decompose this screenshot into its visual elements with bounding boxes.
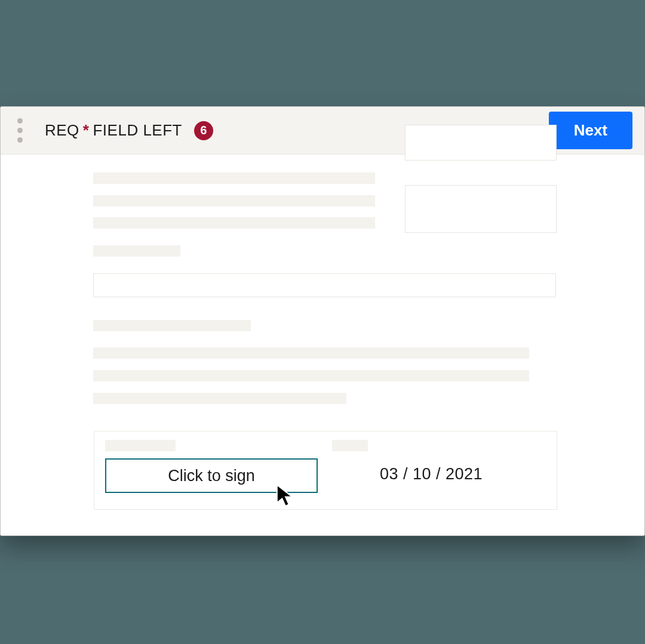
text-placeholder: [93, 347, 529, 359]
signature-date: 03 / 10 / 2021: [380, 465, 483, 483]
input-field[interactable]: [93, 273, 556, 297]
input-field[interactable]: [405, 125, 557, 161]
text-placeholder: [93, 245, 180, 257]
input-field[interactable]: [405, 185, 557, 233]
more-menu-icon[interactable]: [11, 115, 28, 146]
next-button[interactable]: Next: [549, 112, 632, 149]
required-fields-label: REQ* FIELD LEFT 6: [45, 121, 213, 140]
label-placeholder: [332, 440, 368, 451]
req-asterisk: *: [83, 121, 90, 140]
text-placeholder: [93, 217, 375, 229]
click-to-sign-button[interactable]: Click to sign: [105, 458, 318, 493]
text-placeholder: [93, 195, 375, 207]
required-count-badge: 6: [194, 121, 213, 140]
req-prefix: REQ: [45, 121, 79, 140]
text-placeholder: [93, 370, 529, 381]
signature-panel: Click to sign 03 / 10 / 2021: [94, 431, 557, 510]
req-suffix: FIELD LEFT: [93, 121, 182, 140]
document-area: Click to sign 03 / 10 / 2021: [1, 155, 644, 535]
text-placeholder: [93, 320, 251, 331]
signing-window: REQ* FIELD LEFT 6 Next Click to sign 03 …: [0, 106, 645, 536]
text-placeholder: [93, 393, 346, 404]
label-placeholder: [105, 440, 176, 451]
text-placeholder: [93, 172, 375, 184]
